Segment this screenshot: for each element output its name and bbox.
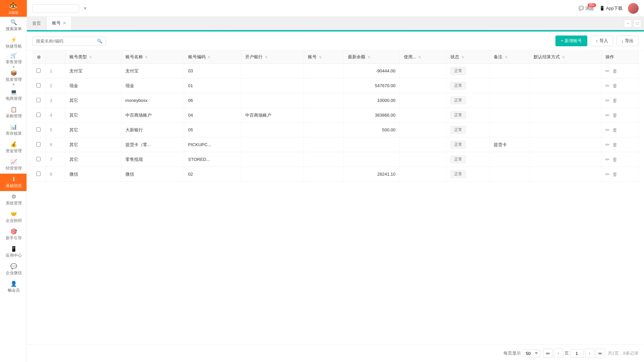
edit-button[interactable]: ✏	[605, 171, 610, 177]
sidebar-item-retail[interactable]: 🛒零售管理▶	[0, 52, 26, 69]
status-col-header[interactable]: 状态 ⇅	[446, 51, 489, 64]
row-checkbox-cell[interactable]	[32, 108, 46, 123]
dropdown-arrow-icon[interactable]: ▼	[83, 6, 87, 11]
delete-button[interactable]: 🗑	[612, 83, 618, 88]
row-checkbox[interactable]	[36, 172, 41, 176]
minimize-tab-button[interactable]: −	[624, 19, 632, 27]
sidebar-item-inventory[interactable]: 📊库存核算	[0, 121, 26, 139]
row-checkbox[interactable]	[36, 157, 41, 161]
tab-close-icon[interactable]: ✕	[63, 21, 66, 25]
row-checkbox[interactable]	[36, 83, 41, 87]
usage-col-header[interactable]: 使用... ⇅	[399, 51, 446, 64]
sidebar-item-enterprise[interactable]: 🤝企业协同	[0, 208, 26, 226]
delete-button[interactable]: 🗑	[612, 112, 618, 118]
sidebar-item-search[interactable]: 🔍搜索菜单	[0, 17, 26, 34]
page-number-input[interactable]	[570, 349, 584, 358]
next-page-button[interactable]: ›	[585, 349, 594, 358]
edit-button[interactable]: ✏	[605, 98, 610, 104]
row-checkbox-cell[interactable]	[32, 78, 46, 93]
edit-button[interactable]: ✏	[605, 112, 610, 118]
name-col-header[interactable]: 账号名称 ⇅	[121, 51, 184, 64]
row-account-cell	[304, 93, 344, 108]
row-checkbox[interactable]	[36, 68, 41, 73]
sidebar-item-basic[interactable]: ℹ基础信息	[0, 174, 26, 191]
row-checkbox-cell[interactable]	[32, 64, 46, 78]
add-account-button[interactable]: + 新增账号	[555, 36, 587, 46]
sidebar-item-label: 系统管理	[6, 200, 22, 206]
type-col-header[interactable]: 账号类型 ⇅	[65, 51, 121, 64]
search-box[interactable]: 🔍	[32, 37, 106, 46]
delete-button[interactable]: 🗑	[612, 68, 618, 74]
top-search-input[interactable]	[35, 6, 76, 11]
basic-icon: ℹ	[13, 176, 15, 182]
row-checkbox-cell[interactable]	[32, 93, 46, 108]
notification-button[interactable]: 💬 消息 99+	[579, 5, 594, 11]
bank-col-header[interactable]: 开户银行 ⇅	[241, 51, 304, 64]
edit-button[interactable]: ✏	[605, 157, 610, 163]
remark-col-header[interactable]: 备注 ⇅	[489, 51, 529, 64]
sidebar-item-operations[interactable]: 📈经营管理	[0, 156, 26, 174]
balance-col-header[interactable]: 最新余额 ⇅	[344, 51, 400, 64]
sidebar-item-system[interactable]: ⚙系统管理	[0, 191, 26, 208]
sidebar-item-appcenter[interactable]: 📱应用中心	[0, 243, 26, 261]
row-status-cell: 正常	[446, 123, 489, 137]
edit-button[interactable]: ✏	[605, 142, 610, 148]
row-action-cell: ✏ 🗑	[601, 152, 639, 167]
row-default-cell	[530, 137, 601, 152]
first-page-button[interactable]: ⏮	[543, 349, 552, 358]
sidebar-item-ecommerce[interactable]: 💻电商管理	[0, 86, 26, 104]
edit-button[interactable]: ✏	[605, 127, 610, 133]
sidebar-item-purchase[interactable]: 📋采购管理	[0, 104, 26, 121]
delete-button[interactable]: 🗑	[612, 127, 618, 133]
per-page-select[interactable]: 102050100	[523, 350, 540, 357]
row-bank-cell	[241, 78, 304, 93]
row-balance-cell: 547670.00	[344, 78, 400, 93]
row-usage-cell	[399, 64, 446, 78]
row-account-cell	[304, 108, 344, 123]
row-code-cell: PICKUPC...	[184, 137, 241, 152]
row-checkbox-cell[interactable]	[32, 152, 46, 167]
row-remark-cell	[489, 64, 529, 78]
prev-page-button[interactable]: ‹	[554, 349, 563, 358]
sidebar-item-quicknav[interactable]: ⚡快捷导航	[0, 34, 26, 52]
row-checkbox-cell[interactable]	[32, 137, 46, 152]
row-checkbox[interactable]	[36, 98, 41, 102]
default-col-header[interactable]: 默认结算方式 ⇅	[530, 51, 601, 64]
edit-button[interactable]: ✏	[605, 68, 610, 74]
row-checkbox[interactable]	[36, 142, 41, 146]
sidebar-item-guide[interactable]: 🎯新手引导	[0, 226, 26, 243]
account-col-header[interactable]: 账号 ⇅	[304, 51, 344, 64]
num-col-header	[46, 51, 65, 64]
tab-account[interactable]: 账号✕	[47, 17, 72, 30]
app-download-button[interactable]: 📱 App下载	[599, 5, 623, 11]
tab-label: 账号	[52, 20, 61, 26]
user-avatar[interactable]	[628, 3, 639, 14]
last-page-button[interactable]: ⏭	[596, 349, 605, 358]
row-name-cell: 提货卡（零...	[121, 137, 184, 152]
top-search-box[interactable]	[32, 4, 79, 12]
maximize-tab-button[interactable]: □	[633, 19, 641, 27]
tab-home[interactable]: 首页	[27, 17, 47, 30]
delete-button[interactable]: 🗑	[612, 98, 618, 103]
delete-button[interactable]: 🗑	[612, 171, 618, 177]
app-logo: 🐯 乐版版	[0, 0, 27, 17]
sidebar-item-label: 畅会员	[8, 288, 20, 293]
row-checkbox-cell[interactable]	[32, 123, 46, 137]
search-input[interactable]	[36, 39, 95, 44]
sidebar-item-finance[interactable]: 💰资金管理	[0, 139, 26, 156]
row-checkbox[interactable]	[36, 127, 41, 132]
sidebar-item-wholesale[interactable]: 📦批发管理▶	[0, 69, 26, 86]
delete-button[interactable]: 🗑	[612, 157, 618, 162]
row-checkbox[interactable]	[36, 113, 41, 117]
sidebar-item-wechat[interactable]: 💬企业微信	[0, 261, 26, 278]
search-icon[interactable]: 🔍	[97, 39, 102, 44]
sidebar-item-member[interactable]: 👤畅会员	[0, 278, 26, 296]
code-col-header[interactable]: 账号编码 ⇅	[184, 51, 241, 64]
edit-button[interactable]: ✏	[605, 83, 610, 89]
settings-col-header[interactable]: ⚙	[32, 51, 46, 64]
delete-button[interactable]: 🗑	[612, 142, 618, 147]
row-checkbox-cell[interactable]	[32, 167, 46, 182]
export-button[interactable]: ↓ 导出	[616, 36, 639, 46]
row-remark-cell	[489, 108, 529, 123]
import-button[interactable]: ↑ 导入	[591, 36, 613, 46]
